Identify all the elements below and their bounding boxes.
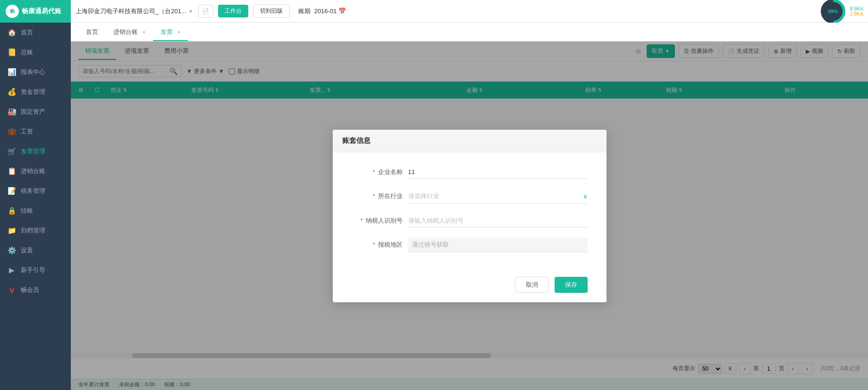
period-value: 2016-01 (314, 8, 337, 15)
form-row-company: * 企业名称 (352, 166, 588, 179)
taxregion-display: 通过税号获取 (408, 238, 588, 252)
sidebar-item-ledger[interactable]: 📒 总账 (0, 42, 71, 62)
sidebar-item-label: 新手引导 (21, 266, 45, 274)
sidebar: 畅 畅康通易代账 🏠 首页 📒 总账 📊 报表中心 💰 资金管理 🏭 固定资产 … (0, 0, 71, 390)
sidebar-item-label: 进销台账 (21, 167, 45, 175)
tab-sales[interactable]: 进销台账 × (106, 24, 153, 41)
sidebar-item-label: 固定资产 (21, 108, 45, 116)
report-icon: 📊 (8, 68, 16, 76)
sidebar-item-label: 首页 (21, 28, 33, 37)
form-row-taxid: * 纳税人识别号 (352, 214, 588, 227)
sales-icon: 📋 (8, 167, 16, 175)
industry-placeholder: 请选择行业 (408, 192, 583, 200)
sidebar-item-fund[interactable]: 💰 资金管理 (0, 82, 71, 102)
speed-up: 8.5K/s (850, 6, 863, 11)
sidebar-item-invoice[interactable]: 🛒 发票管理 (0, 141, 71, 161)
modal-overlay: 账套信息 * 企业名称 * (71, 41, 868, 390)
account-info-modal: 账套信息 * 企业名称 * (333, 130, 607, 302)
member-icon: V (8, 286, 16, 294)
company-name: 上海卯金刀电子科技有限公司_（台201... (76, 7, 186, 16)
doc-button[interactable]: 📄 (198, 5, 213, 18)
content-area: 销项发票 进项发票 费用小票 ⊞ 取票 ▼ ☰ 批量操作 (71, 41, 868, 390)
workbench-button[interactable]: 工作台 (218, 5, 248, 17)
company-name-label: * 企业名称 (352, 168, 408, 176)
settings-icon: ⚙️ (8, 246, 16, 255)
sidebar-item-settings[interactable]: ⚙️ 设置 (0, 241, 71, 260)
sidebar-item-label: 报表中心 (21, 68, 45, 76)
tax-icon: 📝 (8, 187, 16, 195)
switch-old-button[interactable]: 切到旧版 (253, 4, 290, 18)
archive-icon: 📁 (8, 226, 16, 235)
industry-label: * 所在行业 (352, 192, 408, 200)
close-icon: 🔒 (8, 207, 16, 215)
percent-value: 49% (824, 2, 843, 21)
period-display: 账期 2016-01 📅 (298, 7, 346, 16)
sidebar-item-label: 结账 (21, 207, 33, 215)
sidebar-item-label: 税务管理 (21, 187, 45, 195)
tab-close-invoice[interactable]: × (177, 29, 180, 35)
tab-bar: 首页 进销台账 × 发票 × (71, 23, 868, 41)
home-icon: 🏠 (8, 28, 16, 37)
industry-dropdown-icon: ∨ (583, 192, 588, 200)
topbar: 上海卯金刀电子科技有限公司_（台201... ▼ 📄 工作台 切到旧版 账期 2… (71, 0, 868, 23)
sidebar-item-member[interactable]: V 畅会员 (0, 280, 71, 300)
sidebar-item-sales[interactable]: 📋 进销台账 (0, 161, 71, 181)
salary-icon: 💼 (8, 127, 16, 136)
sidebar-item-guide[interactable]: ▶ 新手引导 (0, 260, 71, 280)
company-selector[interactable]: 上海卯金刀电子科技有限公司_（台201... ▼ (76, 7, 194, 16)
ledger-icon: 📒 (8, 48, 16, 57)
sidebar-item-label: 工资 (21, 127, 33, 136)
logo-icon: 畅 (6, 5, 19, 18)
invoice-icon: 🛒 (8, 147, 16, 156)
sidebar-item-tax[interactable]: 📝 税务管理 (0, 181, 71, 201)
taxid-label: * 纳税人识别号 (352, 216, 408, 225)
save-button[interactable]: 保存 (555, 277, 588, 293)
speeds-display: 8.5K/s 2.6K/s (850, 6, 863, 17)
taxid-input[interactable] (408, 214, 588, 227)
sidebar-item-label: 设置 (21, 246, 33, 255)
sidebar-item-salary[interactable]: 💼 工资 (0, 122, 71, 141)
form-row-industry: * 所在行业 请选择行业 ∨ (352, 189, 588, 204)
percent-circle: 49% (821, 0, 845, 24)
taxregion-label: * 报税地区 (352, 241, 408, 249)
sidebar-item-close[interactable]: 🔒 结账 (0, 201, 71, 221)
form-row-taxregion: * 报税地区 通过税号获取 (352, 238, 588, 252)
sidebar-item-label: 畅会员 (21, 286, 39, 294)
modal-title: 账套信息 (333, 130, 607, 152)
modal-body: * 企业名称 * 所在行业 请选择行业 (333, 152, 607, 272)
sidebar-item-label: 发票管理 (21, 147, 45, 156)
tab-close-sales[interactable]: × (143, 29, 145, 35)
sidebar-item-label: 归档管理 (21, 226, 45, 235)
sidebar-item-archive[interactable]: 📁 归档管理 (0, 221, 71, 241)
industry-select[interactable]: 请选择行业 ∨ (408, 189, 588, 204)
fund-icon: 💰 (8, 88, 16, 96)
speed-widget: 49% 8.5K/s 2.6K/s (821, 0, 863, 24)
period-label: 账期 (298, 7, 311, 16)
company-dropdown-icon[interactable]: ▼ (188, 8, 194, 14)
sidebar-item-label: 总账 (21, 48, 33, 57)
sidebar-item-home[interactable]: 🏠 首页 (0, 23, 71, 42)
fixed-icon: 🏭 (8, 108, 16, 116)
main-content: 上海卯金刀电子科技有限公司_（台201... ▼ 📄 工作台 切到旧版 账期 2… (71, 0, 868, 390)
calendar-icon[interactable]: 📅 (338, 8, 346, 15)
modal-footer: 取消 保存 (333, 272, 607, 302)
tab-home[interactable]: 首页 (78, 24, 106, 41)
speed-down: 2.6K/s (850, 11, 863, 17)
guide-icon: ▶ (8, 266, 16, 274)
sidebar-item-label: 资金管理 (21, 88, 45, 96)
sidebar-item-fixed[interactable]: 🏭 固定资产 (0, 102, 71, 122)
cancel-button[interactable]: 取消 (515, 277, 549, 293)
tab-invoice[interactable]: 发票 × (153, 24, 188, 41)
logo-text: 畅康通易代账 (22, 7, 61, 16)
sidebar-item-report[interactable]: 📊 报表中心 (0, 62, 71, 82)
company-name-input[interactable] (408, 166, 588, 179)
app-logo: 畅 畅康通易代账 (0, 0, 71, 23)
topbar-right: 49% 8.5K/s 2.6K/s (821, 0, 863, 24)
